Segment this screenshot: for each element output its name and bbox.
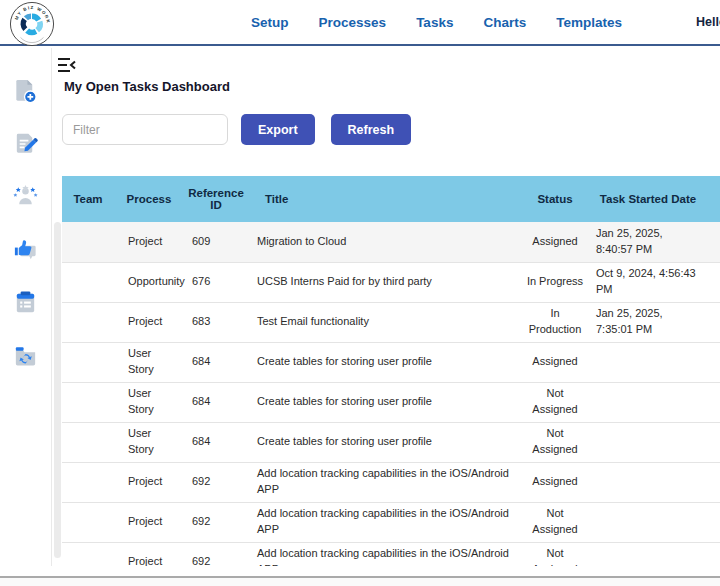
sync-folder-icon[interactable] [12, 341, 40, 369]
cell-ref: 609 [184, 222, 248, 262]
edit-document-icon[interactable] [12, 129, 40, 157]
cell-title: Add location tracking capabilities in th… [248, 462, 520, 502]
cell-extra [706, 302, 720, 342]
cell-process: Project [114, 462, 184, 502]
cell-date: Oct 9, 2024, 4:56:43 PM [590, 262, 706, 302]
table-row[interactable]: Project692Add location tracking capabili… [62, 502, 720, 542]
cell-extra [706, 502, 720, 542]
cell-team [62, 462, 114, 502]
toolbar: Export Refresh [62, 114, 411, 145]
nav-setup[interactable]: Setup [251, 15, 289, 30]
refresh-button[interactable]: Refresh [331, 114, 412, 145]
app-logo[interactable]: MY BIZ WORKFLOW [9, 1, 55, 47]
nav-tasks[interactable]: Tasks [416, 15, 453, 30]
cell-extra [706, 262, 720, 302]
cell-title: Add location tracking capabilities in th… [248, 502, 520, 542]
cell-date: Jan 25, 2025, 8:40:57 PM [590, 222, 706, 262]
cell-team [62, 262, 114, 302]
bottom-cover [0, 566, 720, 576]
cell-process: User Story [114, 422, 184, 462]
filter-input[interactable] [62, 114, 228, 145]
col-header-reference-id: Reference ID [184, 176, 248, 222]
user-greeting: Hello, [696, 15, 720, 29]
table-row[interactable]: Project683Test Email functionalityIn Pro… [62, 302, 720, 342]
table-row[interactable]: User Story684Create tables for storing u… [62, 342, 720, 382]
col-header-task-started-date: Task Started Date [590, 176, 706, 222]
cell-extra [706, 422, 720, 462]
cell-status: Not Assigned [520, 422, 590, 462]
cell-status: Assigned [520, 222, 590, 262]
main-content: My Open Tasks Dashboard Export Refresh T… [53, 46, 720, 586]
cell-team [62, 422, 114, 462]
cell-team [62, 222, 114, 262]
vertical-scrollbar[interactable] [54, 222, 61, 558]
cell-extra [706, 222, 720, 262]
table-header-row: Team Process Reference ID Title Status T… [62, 176, 720, 222]
cell-status: In Progress [520, 262, 590, 302]
cell-process: Project [114, 502, 184, 542]
cell-status: Assigned [520, 342, 590, 382]
cell-date [590, 462, 706, 502]
cell-date [590, 502, 706, 542]
cell-extra [706, 382, 720, 422]
cell-status: Not Assigned [520, 502, 590, 542]
achievement-icon[interactable] [12, 182, 40, 210]
logo-icon: MY BIZ WORKFLOW [9, 1, 55, 47]
col-header-process: Process [114, 176, 184, 222]
cell-team [62, 502, 114, 542]
cell-ref: 684 [184, 422, 248, 462]
cell-ref: 684 [184, 382, 248, 422]
col-header-clipped: P [706, 176, 720, 222]
table-row[interactable]: Opportunity676UCSB Interns Paid for by t… [62, 262, 720, 302]
cell-status: In Production [520, 302, 590, 342]
top-header: MY BIZ WORKFLOW Setup Processes Tasks Ch… [0, 0, 720, 46]
cell-extra [706, 462, 720, 502]
col-header-status: Status [520, 176, 590, 222]
cell-status: Assigned [520, 462, 590, 502]
table-row[interactable]: Project692Add location tracking capabili… [62, 462, 720, 502]
cell-ref: 692 [184, 462, 248, 502]
export-button[interactable]: Export [241, 114, 315, 145]
cell-title: Create tables for storing user profile [248, 382, 520, 422]
cell-ref: 676 [184, 262, 248, 302]
cell-status: Not Assigned [520, 382, 590, 422]
tasks-clipboard-icon[interactable] [12, 288, 40, 316]
collapse-sidebar-icon[interactable] [57, 57, 77, 73]
nav-processes[interactable]: Processes [319, 15, 387, 30]
cell-title: Create tables for storing user profile [248, 342, 520, 382]
feedback-thumbs-up-icon[interactable] [12, 235, 40, 263]
window-bottom-strip [0, 578, 720, 586]
cell-process: Project [114, 302, 184, 342]
cell-date: Jan 25, 2025, 7:35:01 PM [590, 302, 706, 342]
cell-title: Test Email functionality [248, 302, 520, 342]
cell-title: Create tables for storing user profile [248, 422, 520, 462]
cell-title: UCSB Interns Paid for by third party [248, 262, 520, 302]
app-window: MY BIZ WORKFLOW Setup Processes Tasks Ch… [0, 0, 720, 586]
col-header-team: Team [62, 176, 114, 222]
col-header-title: Title [248, 176, 520, 222]
cell-team [62, 302, 114, 342]
cell-title: Migration to Cloud [248, 222, 520, 262]
cell-team [62, 382, 114, 422]
table-row[interactable]: User Story684Create tables for storing u… [62, 422, 720, 462]
cell-date [590, 342, 706, 382]
cell-date [590, 382, 706, 422]
cell-extra [706, 342, 720, 382]
page-title: My Open Tasks Dashboard [64, 79, 230, 94]
top-navigation: Setup Processes Tasks Charts Templates H… [251, 15, 720, 30]
cell-ref: 692 [184, 502, 248, 542]
cell-process: User Story [114, 382, 184, 422]
nav-templates[interactable]: Templates [556, 15, 622, 30]
left-sidebar [0, 48, 52, 586]
cell-process: Project [114, 222, 184, 262]
cell-date [590, 422, 706, 462]
tasks-table: Team Process Reference ID Title Status T… [62, 176, 720, 583]
cell-team [62, 342, 114, 382]
cell-ref: 683 [184, 302, 248, 342]
nav-charts[interactable]: Charts [483, 15, 526, 30]
table-row[interactable]: User Story684Create tables for storing u… [62, 382, 720, 422]
add-document-icon[interactable] [12, 76, 40, 104]
table-row[interactable]: Project609Migration to CloudAssignedJan … [62, 222, 720, 262]
cell-process: Opportunity [114, 262, 184, 302]
cell-process: User Story [114, 342, 184, 382]
